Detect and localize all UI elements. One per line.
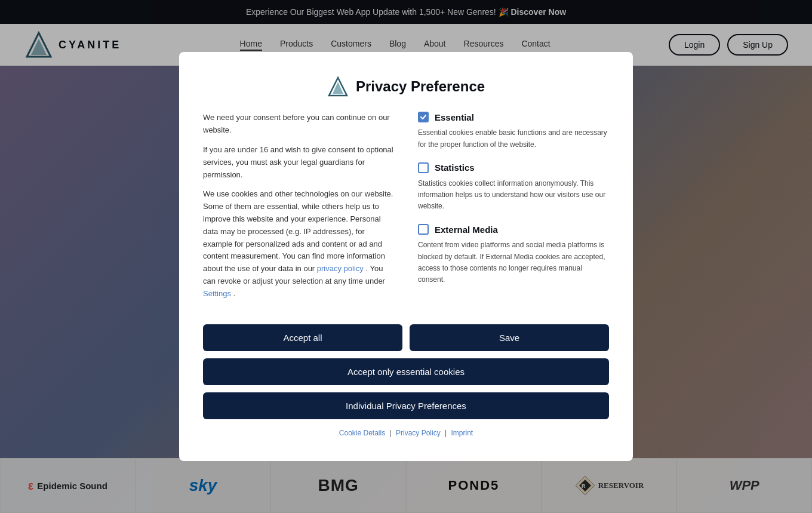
modal-overlay: Privacy Preference We need your consent …: [0, 0, 812, 513]
intro-paragraph-3: We use cookies and other technologies on…: [203, 188, 394, 300]
privacy-policy-link[interactable]: privacy policy: [317, 264, 364, 273]
modal-left-panel: We need your consent before you can cont…: [203, 112, 394, 307]
settings-link[interactable]: Settings: [203, 289, 231, 298]
save-button[interactable]: Save: [410, 324, 609, 351]
imprint-link[interactable]: Imprint: [451, 429, 473, 437]
essential-group: Essential Essential cookies enable basic…: [418, 112, 609, 150]
statistics-checkbox[interactable]: [418, 162, 429, 173]
privacy-modal: Privacy Preference We need your consent …: [179, 52, 633, 460]
privacy-policy-footer-link[interactable]: Privacy Policy: [396, 429, 441, 437]
individual-preferences-button[interactable]: Individual Privacy Preferences: [203, 392, 609, 419]
modal-footer: Cookie Details | Privacy Policy | Imprin…: [203, 429, 609, 437]
statistics-header: Statistics: [418, 162, 609, 173]
essential-header: Essential: [418, 112, 609, 122]
accept-essential-button[interactable]: Accept only essential cookies: [203, 358, 609, 385]
primary-buttons: Accept all Save: [203, 324, 609, 351]
statistics-description: Statistics cookies collect information a…: [418, 178, 609, 213]
statistics-group: Statistics Statistics cookies collect in…: [418, 162, 609, 213]
statistics-label: Statistics: [435, 162, 475, 173]
intro-paragraph-1: We need your consent before you can cont…: [203, 112, 394, 137]
modal-header: Privacy Preference: [203, 76, 609, 97]
external-media-group: External Media Content from video platfo…: [418, 224, 609, 285]
modal-right-panel: Essential Essential cookies enable basic…: [418, 112, 609, 307]
modal-body: We need your consent before you can cont…: [203, 112, 609, 307]
external-media-header: External Media: [418, 224, 609, 235]
accept-all-button[interactable]: Accept all: [203, 324, 402, 351]
intro-paragraph-2: If you are under 16 and wish to give con…: [203, 144, 394, 181]
external-media-label: External Media: [435, 225, 498, 235]
external-media-checkbox[interactable]: [418, 224, 429, 235]
essential-description: Essential cookies enable basic functions…: [418, 127, 609, 150]
cookie-details-link[interactable]: Cookie Details: [339, 429, 385, 437]
modal-title: Privacy Preference: [356, 78, 485, 95]
modal-logo-icon: [327, 76, 349, 97]
essential-checkbox[interactable]: [418, 112, 429, 122]
external-media-description: Content from video platforms and social …: [418, 239, 609, 285]
essential-label: Essential: [435, 112, 474, 122]
